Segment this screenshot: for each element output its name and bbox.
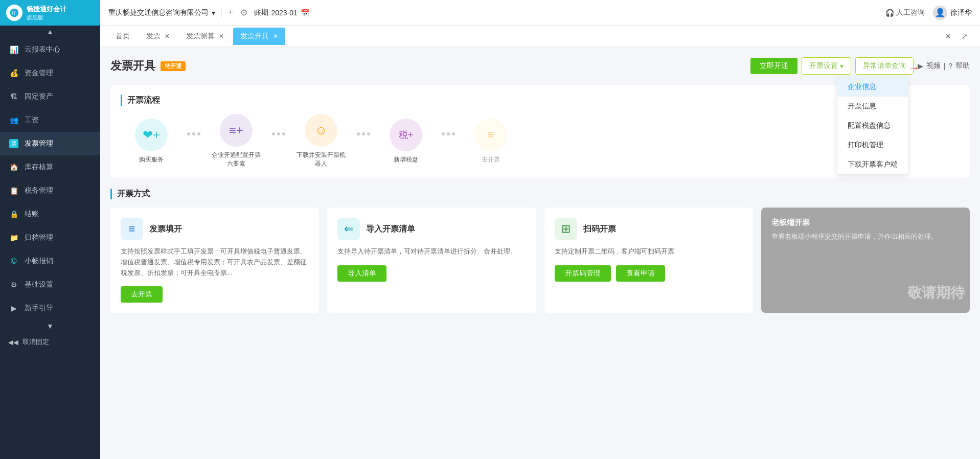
manual-title: 发票填开 <box>149 224 182 235</box>
sidebar-item-archive[interactable]: 📁 归档管理 <box>0 226 100 249</box>
calendar-icon[interactable]: 📅 <box>301 9 309 17</box>
boss-overlay-text: 敬请期待 <box>907 283 965 303</box>
user-area[interactable]: 👤 徐泽华 <box>933 6 972 20</box>
company-selector[interactable]: 重庆畅捷交通信息咨询有限公司 ▾ <box>108 8 215 17</box>
dropdown-item-invoice-info[interactable]: 开票信息 <box>837 97 908 116</box>
capital-icon: 💰 <box>8 67 19 79</box>
connector-3 <box>352 132 375 135</box>
sidebar-label-capital: 资金管理 <box>25 68 53 78</box>
tab-issue-close[interactable]: ✕ <box>273 33 278 40</box>
manual-desc: 支持按照发票样式手工填开发票；可开具增值税电子普通发票、增值税普通发票、增值税专… <box>121 246 309 278</box>
manual-invoice-button[interactable]: 去开票 <box>121 286 163 303</box>
sidebar-item-tax[interactable]: 📋 税务管理 <box>0 179 100 202</box>
sidebar-item-settings[interactable]: ⚙ 基础设置 <box>0 273 100 296</box>
scroll-up-button[interactable]: ▲ <box>0 26 100 38</box>
sidebar-item-settle[interactable]: 🔒 结账 <box>0 202 100 226</box>
sidebar-item-salary[interactable]: 👥 工资 <box>0 108 100 132</box>
inventory-icon: 🏠 <box>8 162 19 173</box>
tab-expand-button[interactable]: ⤢ <box>958 30 972 42</box>
sidebar-label-invoice: 发票管理 <box>25 139 53 148</box>
scan-title: 扫码开票 <box>583 224 616 235</box>
archive-icon: 📁 <box>8 232 19 243</box>
tab-invoice[interactable]: 发票 ✕ <box>139 28 177 45</box>
flow-step-config: ≡+ 企业开通配置开票六要素 <box>206 114 267 168</box>
flow-title: 开票流程 <box>121 95 960 106</box>
methods-grid: ≡ 发票填开 支持按照发票样式手工填开发票；可开具增值税电子普通发票、增值税普通… <box>110 208 970 313</box>
tab-invoice-issue-label: 发票开具 <box>240 32 269 41</box>
dropdown-item-printer[interactable]: 打印机管理 <box>837 135 908 155</box>
tab-invoice-calc[interactable]: 发票测算 ✕ <box>179 28 231 45</box>
scroll-down-button[interactable]: ▼ <box>0 320 100 332</box>
arrow-icon: → <box>908 61 920 74</box>
settings-sidebar-icon: ⚙ <box>8 279 19 290</box>
tab-bar: 首页 发票 ✕ 发票测算 ✕ 发票开具 ✕ ✕ ⤢ <box>100 26 980 47</box>
scan-desc: 支持定制开票二维码，客户端可扫码开票 <box>555 246 743 257</box>
tab-invoice-close[interactable]: ✕ <box>165 33 170 40</box>
qr-manage-button[interactable]: 开票码管理 <box>555 265 611 282</box>
cancel-icon: ◀◀ <box>8 338 18 346</box>
sidebar-item-fixed-assets[interactable]: 🏗 固定资产 <box>0 85 100 108</box>
dropdown-item-tax-config[interactable]: 配置税盘信息 <box>837 116 908 135</box>
settings-button[interactable]: 开票设置 ▾ <box>802 57 851 75</box>
support-button[interactable]: 🎧 人工咨询 <box>885 8 925 17</box>
top-bar: 重庆畅捷交通信息咨询有限公司 ▾ + ⚙ 账期 2023-01 📅 🎧 人工咨询… <box>100 0 980 26</box>
settings-icon[interactable]: ⚙ <box>240 7 248 18</box>
sidebar-label-salary: 工资 <box>25 116 39 125</box>
flow-step-issue: ≡ 去开票 <box>460 119 521 164</box>
sidebar-label-xiaochang: 小畅报销 <box>25 257 53 266</box>
sidebar-item-capital[interactable]: 💰 资金管理 <box>0 61 100 85</box>
method-card-import: ⇐ 导入开票清单 支持导入待开票清单，可对待开票清单进行拆分、合并处理。 导入清… <box>327 208 536 313</box>
import-list-button[interactable]: 导入清单 <box>337 265 386 282</box>
sidebar-item-invoice[interactable]: 票 发票管理 <box>0 132 100 155</box>
app-container: 好 畅捷通好会计 旗舰版 重庆畅捷交通信息咨询有限公司 ▾ + ⚙ 账期 202… <box>0 0 980 459</box>
tab-home[interactable]: 首页 <box>108 28 137 45</box>
dropdown-item-company-info[interactable]: 企业信息 <box>837 77 908 97</box>
sidebar-item-guide[interactable]: ▶ 新手引导 <box>0 296 100 320</box>
page-title-area: 发票开具 待开通 <box>110 58 186 74</box>
sidebar-label-guide: 新手引导 <box>25 304 53 313</box>
sidebar-item-cloud-report[interactable]: 📊 云报表中心 <box>0 38 100 61</box>
chart-icon: 📊 <box>8 44 19 55</box>
boss-desc: 查看老板端小程序提交的开票申请，并作出相应的处理。 <box>771 232 960 242</box>
tab-invoice-issue[interactable]: 发票开具 ✕ <box>233 28 285 45</box>
sidebar-item-xiaochang[interactable]: © 小畅报销 <box>0 249 100 273</box>
import-icon: ⇐ <box>337 218 360 240</box>
page-content: 发票开具 待开通 立即开通 开票设置 ▾ 异常清单查询 ▶ 视频 <box>100 47 980 459</box>
methods-section: 开票方式 ≡ 发票填开 支持按照发票样式手工填开发票；可开具增值税电子普通发票、… <box>110 189 970 313</box>
dropdown-item-download-client[interactable]: 下载开票客户端 <box>837 155 908 174</box>
sidebar-label-fixed: 固定资产 <box>25 92 53 101</box>
view-apply-button[interactable]: 查看申请 <box>616 265 665 282</box>
connector-1 <box>182 132 206 135</box>
help-label[interactable]: 帮助 <box>955 61 970 71</box>
install-label: 下载并安装开票机器人 <box>295 151 347 168</box>
headset-icon: 🎧 <box>885 9 894 17</box>
salary-icon: 👥 <box>8 114 19 126</box>
red-arrow-indicator: → <box>908 61 920 75</box>
tab-close-all-button[interactable]: ✕ <box>941 30 955 42</box>
video-label[interactable]: 视频 <box>926 61 941 71</box>
sidebar-item-inventory[interactable]: 🏠 库存核算 <box>0 155 100 179</box>
activate-button[interactable]: 立即开通 <box>750 58 797 74</box>
settings-label: 开票设置 <box>809 61 838 71</box>
invoice-icon: 票 <box>8 138 19 149</box>
abnormal-button[interactable]: 异常清单查询 <box>855 57 914 75</box>
chevron-down-icon[interactable]: ▾ <box>212 9 215 17</box>
config-icon: ≡+ <box>220 114 253 147</box>
buy-service-icon: ❤+ <box>135 119 168 151</box>
settle-icon: 🔒 <box>8 209 19 220</box>
method-card-manual: ≡ 发票填开 支持按照发票样式手工填开发票；可开具增值税电子普通发票、增值税普通… <box>110 208 319 313</box>
status-badge: 待开通 <box>161 61 186 71</box>
cancel-fixed-button[interactable]: ◀◀ 取消固定 <box>0 332 100 352</box>
tab-bar-actions: ✕ ⤢ <box>941 30 972 42</box>
import-header: ⇐ 导入开票清单 <box>337 218 526 240</box>
tax-icon: 📋 <box>8 185 19 196</box>
add-company-button[interactable]: + <box>228 7 234 18</box>
page-title: 发票开具 <box>110 58 155 74</box>
svg-text:好: 好 <box>12 10 16 15</box>
logo-area: 好 畅捷通好会计 旗舰版 <box>0 0 100 26</box>
tab-calc-close[interactable]: ✕ <box>219 33 224 40</box>
tab-home-label: 首页 <box>116 32 130 41</box>
question-icon: ? <box>948 62 952 70</box>
sidebar-label-cloud-report: 云报表中心 <box>25 45 60 54</box>
sidebar-label-tax: 税务管理 <box>25 186 53 195</box>
